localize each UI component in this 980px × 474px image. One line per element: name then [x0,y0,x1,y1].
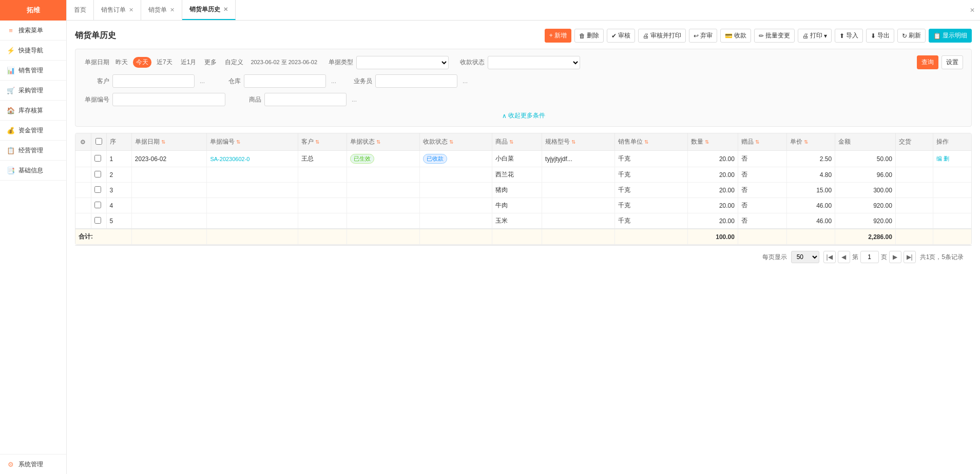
tab-sales-order[interactable]: 销售订单 ✕ [94,0,141,20]
th-customer[interactable]: 客户 ⇅ [298,133,347,151]
import-button[interactable]: ⬆ 导入 [835,29,863,43]
import-icon: ⬆ [839,32,844,40]
cell-unit-price: 46.00 [786,198,835,213]
cell-goods: 玉米 [492,213,542,229]
delete-button[interactable]: 🗑 删除 [574,29,604,43]
row-checkbox[interactable] [94,155,101,162]
warehouse-input[interactable] [244,74,326,88]
cell-unit-price: 2.50 [786,151,835,167]
collapse-button[interactable]: ∧ 收起更多条件 [502,111,545,120]
tab-sales-goods[interactable]: 销货单 ✕ [141,0,182,20]
cell-goods: 猪肉 [492,183,542,198]
cell-row-num: 4 [106,198,131,213]
next-page-button[interactable]: ▶ [889,251,901,263]
tab-sales-goods-close[interactable]: ✕ [170,7,175,13]
abandon-button[interactable]: ↩ 弃审 [689,29,717,43]
sidebar-item-label: 库存核算 [18,106,43,115]
salesperson-more-icon[interactable]: ... [463,77,468,85]
cell-doc-no [207,198,298,213]
sort-doc-status-icon: ⇅ [376,139,380,145]
th-doc-no[interactable]: 单据编号 ⇅ [207,133,298,151]
sidebar-item-quick-nav[interactable]: ⚡ 快捷导航 [0,41,66,61]
warehouse-more-icon[interactable]: ... [331,77,336,85]
new-button[interactable]: + 新增 [545,29,571,43]
search-menu-icon: ≡ [6,26,15,35]
last-page-button[interactable]: ▶| [904,251,916,263]
review-button[interactable]: ✔ 审核 [607,29,635,43]
row-checkbox[interactable] [94,171,101,177]
tab-sales-history-close[interactable]: ✕ [223,6,228,13]
row-checkbox[interactable] [94,186,101,193]
prev-page-button[interactable]: ◀ [838,251,850,263]
th-doc-status[interactable]: 单据状态 ⇅ [347,133,419,151]
cell-check[interactable] [91,213,106,229]
th-checkbox[interactable] [91,133,106,151]
th-qty[interactable]: 数量 ⇅ [687,133,738,151]
cell-check[interactable] [91,151,106,167]
sidebar-item-search-menu[interactable]: ≡ 搜索菜单 [0,21,66,41]
select-all-checkbox[interactable] [95,138,102,145]
cell-spec-type [542,167,615,183]
sort-unit-price-icon: ⇅ [804,139,808,145]
date-chip-today[interactable]: 今天 [133,57,151,68]
settings-button[interactable]: 设置 [941,55,963,69]
cell-check[interactable] [91,167,106,183]
delete-link[interactable]: 删 [944,155,949,162]
sidebar-item-purchase-mgmt[interactable]: 🛒 采购管理 [0,81,66,101]
goods-more-icon[interactable]: ... [352,96,357,103]
date-chip-1month[interactable]: 近1月 [178,57,200,68]
sidebar-item-operations-mgmt[interactable]: 📋 经营管理 [0,141,66,161]
batch-change-button[interactable]: ✏ 批量变更 [754,29,795,43]
cell-check[interactable] [91,183,106,198]
doc-type-select[interactable] [356,56,449,69]
th-goods[interactable]: 商品 ⇅ [492,133,542,151]
close-all-tabs[interactable]: ✕ [965,7,980,14]
sidebar-item-basic-info[interactable]: 📑 基础信息 [0,161,66,181]
sidebar-item-system-mgmt[interactable]: ⚙ 系统管理 [0,455,66,474]
sidebar-item-sales-mgmt[interactable]: 📊 销售管理 [0,61,66,81]
date-chip-more[interactable]: 更多 [201,57,220,68]
row-checkbox[interactable] [94,202,101,208]
th-unit-price[interactable]: 单价 ⇅ [786,133,835,151]
review-print-button[interactable]: 🖨 审核并打印 [638,29,686,43]
goods-input[interactable] [264,93,347,106]
th-spec-type[interactable]: 规格型号 ⇅ [542,133,615,151]
salesperson-input[interactable] [375,74,457,88]
doc-no-input[interactable] [112,93,225,106]
first-page-button[interactable]: |◀ [823,251,836,263]
date-chip-custom[interactable]: 自定义 [222,57,246,68]
row-checkbox[interactable] [94,217,101,224]
page-input[interactable] [860,251,879,263]
sidebar-item-funds-mgmt[interactable]: 💰 资金管理 [0,121,66,141]
th-doc-date[interactable]: 单据日期 ⇅ [131,133,207,151]
th-sales-unit[interactable]: 销售单位 ⇅ [615,133,688,151]
sidebar-item-inventory[interactable]: 🏠 库存核算 [0,101,66,121]
th-gift[interactable]: 赠品 ⇅ [738,133,786,151]
customer-input[interactable] [112,74,195,88]
cell-collect-status [419,198,492,213]
tab-sales-order-close[interactable]: ✕ [129,7,133,13]
refresh-button[interactable]: ↻ 刷新 [897,29,926,43]
tab-home[interactable]: 首页 [67,0,94,20]
sidebar-item-label: 销售管理 [18,66,43,75]
edit-link[interactable]: 编 [936,155,942,162]
cell-check[interactable] [91,198,106,213]
date-chip-7days[interactable]: 近7天 [153,57,176,68]
print-button[interactable]: 🖨 打印 ▾ [798,29,832,43]
export-button[interactable]: ⬇ 导出 [866,29,894,43]
collect-status-select[interactable] [488,56,580,69]
per-page-select[interactable]: 50 100 [791,251,819,263]
show-detail-button[interactable]: 📋 显示明细 [929,29,972,43]
tab-sales-history[interactable]: 销货单历史 ✕ [182,0,236,20]
date-chip-yesterday[interactable]: 昨天 [112,57,131,68]
system-mgmt-icon: ⚙ [6,460,15,469]
goods-label: 商品 [236,95,261,104]
query-button[interactable]: 查询 [917,55,938,69]
th-settings[interactable]: ⚙ [75,133,91,151]
customer-more-icon[interactable]: ... [200,77,205,85]
doc-no-link[interactable]: SA-20230602-0 [210,156,249,162]
th-collect-status[interactable]: 收款状态 ⇅ [419,133,492,151]
cell-goods: 西兰花 [492,167,542,183]
collect-button[interactable]: 💳 收款 [720,29,751,43]
summary-qty: 100.00 [687,229,738,245]
